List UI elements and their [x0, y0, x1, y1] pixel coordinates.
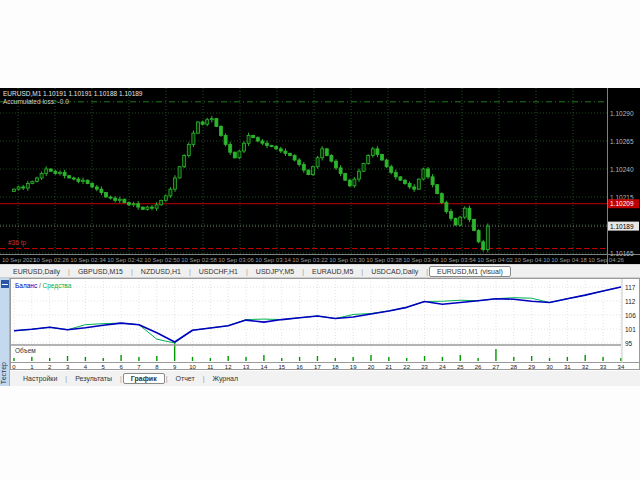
svg-text:27: 27: [493, 364, 500, 369]
svg-text:19: 19: [350, 364, 357, 369]
svg-text:1.10189: 1.10189: [610, 223, 634, 230]
candle-chart-canvas[interactable]: 1.102901.102651.102401.102151.101901.101…: [0, 88, 640, 264]
tester-tab-results[interactable]: Результаты: [68, 374, 119, 383]
svg-text:10 Sep 02:42: 10 Sep 02:42: [107, 257, 143, 263]
tester-graph-canvas[interactable]: Баланс / СредстваОбъем117112106101950123…: [11, 279, 639, 369]
svg-text:3: 3: [66, 364, 70, 369]
svg-text:106: 106: [625, 312, 636, 319]
svg-text:2: 2: [48, 364, 52, 369]
chart-tab-eurusd[interactable]: EURUSD,M1 (visual): [429, 266, 511, 277]
svg-text:14: 14: [261, 364, 268, 369]
svg-text:22: 22: [403, 364, 410, 369]
svg-text:13: 13: [243, 364, 250, 369]
svg-text:32: 32: [582, 364, 589, 369]
tester-strip-label: Тестер: [0, 362, 10, 384]
svg-text:26: 26: [475, 364, 482, 369]
svg-text:10 Sep 03:06: 10 Sep 03:06: [218, 257, 254, 263]
svg-text:10 Sep 03:22: 10 Sep 03:22: [292, 257, 328, 263]
svg-text:10 Sep 03:14: 10 Sep 03:14: [255, 257, 291, 263]
svg-text:Объем: Объем: [15, 347, 36, 354]
svg-text:1.10240: 1.10240: [610, 166, 634, 173]
svg-text:15: 15: [278, 364, 285, 369]
svg-text:10: 10: [189, 364, 196, 369]
svg-text:23: 23: [421, 364, 428, 369]
svg-text:9: 9: [173, 364, 177, 369]
tester-tab-report[interactable]: Отчет: [169, 374, 202, 383]
svg-text:6: 6: [119, 364, 123, 369]
svg-text:24: 24: [439, 364, 446, 369]
svg-text:10 Sep 03:38: 10 Sep 03:38: [366, 257, 402, 263]
svg-text:4: 4: [84, 364, 88, 369]
svg-text:10 Sep 03:30: 10 Sep 03:30: [329, 257, 365, 263]
tester-tab-graph[interactable]: График: [123, 373, 165, 384]
chart-tab-usdchf[interactable]: USDCHF,H1: [192, 267, 245, 276]
svg-text:Баланс / Средства: Баланс / Средства: [15, 282, 72, 290]
svg-text:31: 31: [564, 364, 571, 369]
tester-graph-panel[interactable]: Баланс / СредстваОбъем117112106101950123…: [10, 278, 640, 370]
svg-text:12: 12: [225, 364, 232, 369]
svg-text:10 Sep 02:34: 10 Sep 02:34: [70, 257, 106, 263]
svg-text:11: 11: [207, 364, 214, 369]
chart-tab-gbpusd[interactable]: GBPUSD,M15: [71, 267, 130, 276]
chart-tab-usdcad[interactable]: USDCAD,Daily: [364, 267, 425, 276]
svg-text:10 Sep 03:46: 10 Sep 03:46: [403, 257, 439, 263]
chart-tab-usdjpy[interactable]: USDJPY,M5: [249, 267, 301, 276]
svg-text:10 Sep 02:26: 10 Sep 02:26: [33, 257, 69, 263]
svg-text:17: 17: [314, 364, 321, 369]
svg-text:1.10290: 1.10290: [610, 110, 634, 117]
chart-tab-eurusd[interactable]: EURUSD,Daily: [6, 267, 67, 276]
svg-text:25: 25: [457, 364, 464, 369]
tester-panel-icon: [1, 280, 9, 288]
svg-text:28: 28: [510, 364, 517, 369]
svg-text:34: 34: [618, 364, 625, 369]
svg-text:16: 16: [296, 364, 303, 369]
tp-order-label: #36 tp: [8, 239, 26, 246]
svg-text:0: 0: [12, 364, 16, 369]
svg-text:21: 21: [386, 364, 393, 369]
tester-tab-settings[interactable]: Настройки: [16, 374, 64, 383]
chart-tab-nzdusd[interactable]: NZDUSD,H1: [134, 267, 188, 276]
svg-text:1.10165: 1.10165: [610, 250, 634, 257]
svg-text:10 Sep 2021: 10 Sep 2021: [2, 257, 37, 263]
svg-text:1: 1: [30, 364, 34, 369]
svg-text:10 Sep 04:26: 10 Sep 04:26: [588, 257, 624, 263]
svg-text:10 Sep 03:54: 10 Sep 03:54: [440, 257, 476, 263]
ea-comment-line: Accumulated loss: -0.0: [3, 98, 69, 105]
app-window: 1.102901.102651.102401.102151.101901.101…: [0, 0, 640, 480]
chart-tabs: EURUSD,Daily|GBPUSD,M15|NZDUSD,H1|USDCHF…: [0, 264, 640, 278]
svg-text:95: 95: [625, 340, 633, 347]
svg-text:30: 30: [546, 364, 553, 369]
svg-text:101: 101: [625, 326, 636, 333]
svg-text:10 Sep 04:10: 10 Sep 04:10: [514, 257, 550, 263]
svg-text:7: 7: [137, 364, 141, 369]
svg-text:117: 117: [625, 284, 636, 291]
chart-tab-euraud[interactable]: EURAUD,M5: [305, 267, 360, 276]
svg-text:1.10209: 1.10209: [610, 200, 634, 207]
candle-chart-window[interactable]: 1.102901.102651.102401.102151.101901.101…: [0, 88, 640, 264]
svg-text:10 Sep 04:02: 10 Sep 04:02: [477, 257, 513, 263]
tester-tab-journal[interactable]: Журнал: [206, 374, 246, 383]
svg-text:20: 20: [368, 364, 375, 369]
svg-text:29: 29: [528, 364, 535, 369]
svg-text:1.10265: 1.10265: [610, 138, 634, 145]
tester-panel-strip[interactable]: Тестер: [0, 278, 10, 386]
svg-text:10 Sep 02:50: 10 Sep 02:50: [144, 257, 180, 263]
tester-tabs: Настройки|Результаты|График|Отчет|Журнал: [10, 371, 640, 386]
svg-text:112: 112: [625, 298, 636, 305]
svg-text:10 Sep 04:18: 10 Sep 04:18: [551, 257, 587, 263]
svg-text:5: 5: [102, 364, 106, 369]
svg-text:8: 8: [155, 364, 159, 369]
svg-text:10 Sep 02:58: 10 Sep 02:58: [181, 257, 217, 263]
svg-text:18: 18: [332, 364, 339, 369]
ohlc-info-line: EURUSD,M1 1.10191 1.10191 1.10188 1.1018…: [3, 90, 143, 97]
svg-text:33: 33: [600, 364, 607, 369]
